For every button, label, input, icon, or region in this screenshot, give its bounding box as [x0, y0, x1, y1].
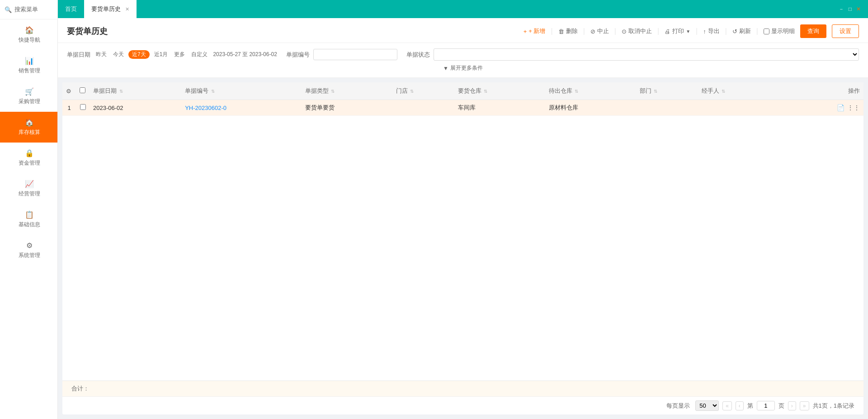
page-number-input[interactable] [757, 401, 775, 410]
data-table: ⚙ 单据日期 ⇅ 单据编号 ⇅ [62, 82, 863, 116]
doc-no-filter: 单据编号 [286, 49, 397, 60]
table-head: ⚙ 单据日期 ⇅ 单据编号 ⇅ [62, 82, 863, 100]
row-checkbox-1[interactable] [76, 100, 90, 116]
date-shortcut-today[interactable]: 今天 [111, 50, 126, 59]
separator-2: | [583, 27, 585, 35]
next-page-button[interactable]: › [788, 401, 796, 410]
row-req-warehouse-1: 车间库 [454, 100, 545, 116]
no-col-header[interactable]: 单据编号 ⇅ [181, 82, 302, 100]
row-handler-1 [698, 100, 774, 116]
sidebar-item-sales[interactable]: 📊 销售管理 [0, 50, 57, 81]
minimize-button[interactable]: － [839, 5, 844, 13]
type-col-header[interactable]: 单据类型 ⇅ [302, 82, 392, 100]
stop-icon: ⊘ [590, 28, 595, 35]
page-input-prefix: 第 [747, 402, 753, 410]
operations-icon: 📈 [25, 180, 34, 188]
sidebar-item-inventory[interactable]: 🏠 库存核算 [0, 112, 57, 143]
doc-status-label: 单据状态 [406, 51, 430, 59]
row-select-checkbox-1[interactable] [80, 104, 86, 110]
filter-row-1: 单据日期 昨天 今天 近7天 近1月 更多 自定义 2023-05-27 至 2… [67, 48, 859, 61]
table-body: 1 2023-06-02 YH-20230602-0 要货单要货 车间库 [62, 100, 863, 116]
table-wrap: ⚙ 单据日期 ⇅ 单据编号 ⇅ [62, 82, 863, 381]
select-all-checkbox[interactable] [80, 87, 85, 93]
tab-home-label: 首页 [65, 5, 77, 13]
row-date-1: 2023-06-02 [90, 100, 181, 116]
sales-icon: 📊 [25, 57, 34, 65]
inventory-icon: 🏠 [25, 118, 34, 127]
show-detail-checkbox[interactable] [764, 29, 769, 34]
delete-button[interactable]: 🗑 删除 [558, 27, 578, 35]
row-pending-warehouse-1: 原材料仓库 [545, 100, 636, 116]
doc-no-label: 单据编号 [286, 51, 310, 59]
cancel-stop-button[interactable]: ⊙ 取消中止 [622, 27, 652, 35]
total-info: 共1页，1条记录 [813, 402, 854, 410]
date-shortcut-last7days[interactable]: 近7天 [128, 50, 150, 59]
date-col-header[interactable]: 单据日期 ⇅ [90, 82, 181, 100]
date-shortcut-last1month[interactable]: 近1月 [152, 50, 170, 59]
sidebar-item-basics[interactable]: 📋 基础信息 [0, 204, 57, 235]
query-button[interactable]: 查询 [800, 24, 826, 38]
add-button[interactable]: + + 新增 [524, 27, 546, 35]
no-sort-icon: ⇅ [211, 89, 215, 94]
date-shortcut-custom[interactable]: 自定义 [189, 50, 209, 59]
search-icon: 🔍 [5, 6, 12, 13]
row-more-btn-1[interactable]: ⋮⋮ [847, 104, 860, 111]
page-size-label: 每页显示 [666, 402, 690, 410]
first-page-button[interactable]: « [722, 401, 732, 410]
table-row[interactable]: 1 2023-06-02 YH-20230602-0 要货单要货 车间库 [62, 100, 863, 116]
sidebar-item-label: 资金管理 [19, 159, 40, 167]
sidebar-search[interactable]: 🔍 搜索菜单 [0, 0, 57, 19]
expand-more-icon: ▼ [443, 65, 448, 71]
department-col-header[interactable]: 部门 ⇅ [636, 82, 698, 100]
row-store-1 [392, 100, 454, 116]
page-input-suffix: 页 [778, 402, 784, 410]
doc-status-select[interactable] [434, 48, 859, 61]
table-area: ⚙ 单据日期 ⇅ 单据编号 ⇅ [62, 82, 863, 414]
row-no-link-1[interactable]: YH-20230602-0 [185, 105, 226, 111]
export-icon: ↑ [703, 28, 706, 35]
doc-no-input[interactable] [313, 49, 397, 60]
date-shortcut-yesterday[interactable]: 昨天 [94, 50, 108, 59]
page-size-select[interactable]: 20 50 100 [695, 400, 719, 411]
print-dropdown-icon: ▼ [686, 29, 690, 34]
separator-4: | [657, 27, 659, 35]
last-page-button[interactable]: » [800, 401, 809, 410]
expand-more-btn[interactable]: ▼ 展开更多条件 [67, 64, 859, 72]
print-button[interactable]: 🖨 打印 ▼ [665, 27, 690, 35]
refresh-button[interactable]: ↺ 刷新 [732, 27, 751, 35]
purchase-icon: 🛒 [25, 87, 34, 96]
home-icon: 🏠 [25, 26, 34, 34]
tab-close-icon[interactable]: ✕ [125, 6, 129, 12]
tab-requisition-history[interactable]: 要货单历史 ✕ [84, 0, 137, 18]
date-range-text: 2023-05-27 至 2023-06-02 [213, 51, 277, 57]
row-department-1 [636, 100, 698, 116]
refresh-icon: ↺ [732, 28, 737, 35]
row-type-1: 要货单要货 [302, 100, 392, 116]
sidebar-item-purchase[interactable]: 🛒 采购管理 [0, 81, 57, 112]
stop-button[interactable]: ⊘ 中止 [590, 27, 609, 35]
sidebar-item-system[interactable]: ⚙ 系统管理 [0, 235, 57, 266]
separator-5: | [696, 27, 698, 35]
pending-warehouse-col-header[interactable]: 待出仓库 ⇅ [545, 82, 636, 100]
finance-icon: 🔒 [25, 149, 34, 157]
sidebar-item-finance[interactable]: 🔒 资金管理 [0, 143, 57, 173]
sidebar-item-quick-nav[interactable]: 🏠 快捷导航 [0, 19, 57, 50]
handler-col-header[interactable]: 经手人 ⇅ [698, 82, 774, 100]
settings-button[interactable]: 设置 [832, 24, 859, 38]
row-view-btn-1[interactable]: 📄 [837, 104, 844, 111]
separator-1: | [551, 27, 553, 35]
show-detail-toggle[interactable]: 显示明细 [764, 27, 795, 35]
store-sort-icon: ⇅ [410, 89, 414, 94]
close-button[interactable]: ✕ [856, 6, 861, 12]
sidebar-item-operations[interactable]: 📈 经营管理 [0, 173, 57, 204]
prev-page-button[interactable]: ‹ [736, 401, 744, 410]
req-warehouse-col-header[interactable]: 要货仓库 ⇅ [454, 82, 545, 100]
settings-col-header[interactable]: ⚙ [62, 82, 76, 100]
req-warehouse-sort-icon: ⇅ [484, 89, 487, 94]
maximize-button[interactable]: □ [849, 6, 852, 12]
department-sort-icon: ⇅ [654, 89, 657, 94]
export-button[interactable]: ↑ 导出 [703, 27, 720, 35]
tab-home[interactable]: 首页 [58, 0, 84, 18]
store-col-header[interactable]: 门店 ⇅ [392, 82, 454, 100]
date-shortcut-more[interactable]: 更多 [172, 50, 187, 59]
